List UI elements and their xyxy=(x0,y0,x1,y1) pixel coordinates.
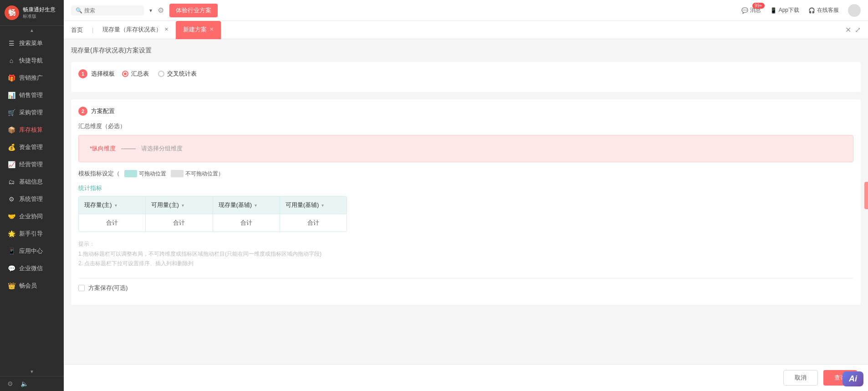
expand-window-icon[interactable]: ⤢ xyxy=(855,26,861,34)
sidebar-item-label: 企业协同 xyxy=(19,212,43,221)
sidebar-item-label: 新手引导 xyxy=(19,230,43,238)
sidebar-item-label: 系统管理 xyxy=(19,195,43,203)
trending-icon: 📈 xyxy=(7,160,15,169)
step2-header: 2 方案配置 xyxy=(78,107,853,116)
sidebar-item-basic[interactable]: 🗂 基础信息 xyxy=(0,173,64,190)
sidebar-item-label: 搜索菜单 xyxy=(19,39,43,47)
indicator-settings-row: 模板指标设定（ 可拖动位置 不可拖动位置） xyxy=(78,170,853,178)
topbar-left: 🔍 ▾ ⚙ 体验行业方案 xyxy=(71,4,218,17)
settings-icon[interactable]: ⚙ xyxy=(7,380,13,387)
stats-col-label-2: 现存量(基辅) xyxy=(219,201,252,209)
sidebar-item-enterprise[interactable]: 🤝 企业协同 xyxy=(0,208,64,225)
sidebar-item-marketing[interactable]: 🎁 营销推广 xyxy=(0,69,64,87)
tip2: 2. 点击标题栏下拉可设置排序、插入列和删除列 xyxy=(78,259,853,269)
radio-cross-table[interactable]: 交叉统计表 xyxy=(158,70,197,78)
undraggable-chip-box xyxy=(171,170,184,177)
sidebar-item-finance[interactable]: 💰 资金管理 xyxy=(0,139,64,156)
template-radio-group: 汇总表 交叉统计表 xyxy=(122,70,197,78)
mobile-icon: 📱 xyxy=(7,247,15,255)
stats-cell-1: 合计 xyxy=(146,214,213,232)
draggable-chip-box xyxy=(124,170,137,177)
stats-col-0[interactable]: 现存量(主) ▾ xyxy=(79,196,146,214)
tab-separator1: | xyxy=(92,26,93,33)
radio-summary-table[interactable]: 汇总表 xyxy=(122,70,149,78)
sidebar-item-label: 资金管理 xyxy=(19,143,43,151)
folder-icon: 🗂 xyxy=(7,178,15,186)
sidebar-item-label: 基础信息 xyxy=(19,178,43,186)
statistics-label: 统计指标 xyxy=(78,184,853,192)
messages-action[interactable]: 💬 消息 99+ xyxy=(741,6,761,14)
tips-section: 提示： 1.拖动标题栏可以调整布局，不可跨维度或指标区域拖动栏目(只能在同一维度… xyxy=(78,239,853,269)
stats-col-3[interactable]: 可用量(基辅) ▾ xyxy=(280,196,347,214)
sidebar-item-label: 畅会员 xyxy=(19,282,37,290)
tips-title: 提示： xyxy=(78,241,95,247)
headset-icon: 🎧 xyxy=(808,7,815,14)
tip1: 1.拖动标题栏可以调整布局，不可跨维度或指标区域拖动栏目(只能在同一维度或指标区… xyxy=(78,249,853,259)
dimension-dash: —— xyxy=(121,144,136,153)
topbar-dropdown[interactable]: ▾ xyxy=(149,7,152,14)
stats-col-label-3: 可用量(基辅) xyxy=(286,201,319,209)
topbar-settings-icon[interactable]: ⚙ xyxy=(158,6,164,15)
search-menu-icon: ☰ xyxy=(7,39,15,47)
ai-badge[interactable]: Ai xyxy=(842,371,863,386)
sidebar-item-appcenter[interactable]: 📱 应用中心 xyxy=(0,242,64,260)
sidebar: 畅 畅康通好生意 标准版 ▲ ☰ 搜索菜单 ⌂ 快捷导航 🎁 营销推广 📊 销售… xyxy=(0,0,64,391)
dimension-required-label: *纵向维度 xyxy=(90,144,116,153)
radio-summary-icon xyxy=(122,71,128,77)
stats-col-label-0: 现存量(主) xyxy=(84,201,112,209)
sidebar-item-operations[interactable]: 📈 经营管理 xyxy=(0,156,64,173)
sidebar-item-purchase[interactable]: 🛒 采购管理 xyxy=(0,104,64,121)
volume-icon[interactable]: 🔈 xyxy=(20,380,28,387)
online-service-action[interactable]: 🎧 在线客服 xyxy=(808,6,839,14)
tab-new-plan-close[interactable]: ✕ xyxy=(209,27,214,32)
sidebar-item-sales[interactable]: 📊 销售管理 xyxy=(0,87,64,104)
stats-cell-2: 合计 xyxy=(213,214,280,232)
topbar: 🔍 ▾ ⚙ 体验行业方案 💬 消息 99+ 📱 App下载 🎧 在线客服 xyxy=(64,0,868,21)
stats-col-2[interactable]: 现存量(基辅) ▾ xyxy=(213,196,280,214)
close-window-icon[interactable]: ✕ xyxy=(845,26,851,34)
statistics-table: 现存量(主) ▾ 可用量(主) ▾ 现存量(基辅) ▾ 可用量(基辅) ▾ xyxy=(78,196,347,232)
user-avatar[interactable] xyxy=(848,4,861,17)
sidebar-item-wechat[interactable]: 💬 企业微信 xyxy=(0,260,64,277)
sidebar-item-search[interactable]: ☰ 搜索菜单 xyxy=(0,35,64,52)
sidebar-scroll-down[interactable]: ▼ xyxy=(0,367,64,376)
stats-col-1[interactable]: 可用量(主) ▾ xyxy=(146,196,213,214)
page-title: 现存量(库存状况表)方案设置 xyxy=(71,46,861,55)
trial-button[interactable]: 体验行业方案 xyxy=(169,4,218,17)
tab-inventory[interactable]: 现存量（库存状况表） ✕ xyxy=(95,21,176,39)
sidebar-item-quicknav[interactable]: ⌂ 快捷导航 xyxy=(0,52,64,69)
sidebar-item-newguide[interactable]: 🌟 新手引导 xyxy=(0,225,64,242)
tab-new-plan-label: 新建方案 xyxy=(183,26,207,34)
content-area: 现存量(库存状况表)方案设置 1 选择模板 汇总表 交叉统计表 xyxy=(64,39,868,364)
stats-cell-3: 合计 xyxy=(280,214,347,232)
sidebar-item-label: 快捷导航 xyxy=(19,57,43,65)
sidebar-item-system[interactable]: ⚙ 系统管理 xyxy=(0,190,64,208)
gear-icon: ⚙ xyxy=(7,195,15,203)
sidebar-item-label: 库存核算 xyxy=(19,126,43,134)
chevron-down-icon: ▾ xyxy=(149,7,152,14)
tab-inventory-close[interactable]: ✕ xyxy=(164,27,168,32)
search-input[interactable] xyxy=(84,7,139,14)
sidebar-item-vip[interactable]: 👑 畅会员 xyxy=(0,277,64,294)
sidebar-scroll-up[interactable]: ▲ xyxy=(0,26,64,35)
tab-new-plan[interactable]: 新建方案 ✕ xyxy=(176,21,221,39)
download-icon: 📱 xyxy=(770,7,777,14)
topbar-right: 💬 消息 99+ 📱 App下载 🎧 在线客服 xyxy=(741,4,861,17)
tabs-bar: 首页 | 现存量（库存状况表） ✕ 新建方案 ✕ ✕ ⤢ xyxy=(64,21,868,39)
tab-home[interactable]: 首页 xyxy=(71,21,90,39)
stats-cell-0: 合计 xyxy=(79,214,146,232)
step1-section: 1 选择模板 汇总表 交叉统计表 xyxy=(71,62,861,92)
step1-badge: 1 xyxy=(78,69,87,78)
search-box[interactable]: 🔍 xyxy=(71,5,144,15)
summary-dimension-label: 汇总维度（必选） xyxy=(78,122,853,130)
dimension-selector-area[interactable]: *纵向维度 —— 请选择分组维度 xyxy=(78,135,853,162)
crown-icon: 👑 xyxy=(7,282,15,290)
radio-summary-label: 汇总表 xyxy=(131,70,149,78)
cancel-button[interactable]: 取消 xyxy=(783,370,818,386)
app-download-action[interactable]: 📱 App下载 xyxy=(770,6,799,14)
sidebar-item-inventory[interactable]: 📦 库存核算 xyxy=(0,121,64,139)
app-download-label: App下载 xyxy=(779,6,799,14)
home-icon: ⌂ xyxy=(7,57,15,65)
app-logo-icon: 畅 xyxy=(5,5,19,20)
save-checkbox[interactable] xyxy=(78,285,85,291)
